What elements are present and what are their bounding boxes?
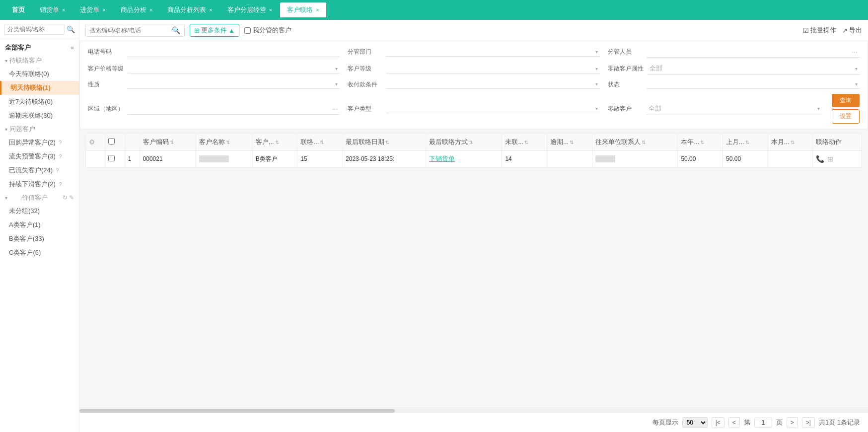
page-label: 第 bbox=[744, 418, 750, 427]
table-row: 1 000021 B类客户 15 2023-05-23 18:25: 下销货单 … bbox=[86, 151, 862, 167]
sidebar-item-c-class[interactable]: C类客户(6) bbox=[0, 246, 79, 260]
search-input[interactable] bbox=[90, 27, 172, 34]
th-uncontact[interactable]: 未联...⇅ bbox=[502, 134, 547, 151]
filter-phone-input[interactable] bbox=[127, 47, 340, 57]
filter-customer-grade-select[interactable]: ▾ bbox=[386, 65, 599, 73]
sidebar-item-b-class[interactable]: B类客户(33) bbox=[0, 232, 79, 246]
close-sales-order-icon[interactable]: × bbox=[62, 7, 65, 13]
first-page-btn[interactable]: |< bbox=[712, 417, 724, 428]
sidebar-item-declining[interactable]: 持续下滑客户(2) ? bbox=[0, 177, 79, 191]
close-customer-layering-icon[interactable]: × bbox=[269, 7, 272, 13]
filter-manager-select[interactable]: ··· bbox=[647, 46, 860, 58]
sidebar-item-today-pending[interactable]: 今天待联络(0) bbox=[0, 67, 79, 81]
th-type[interactable]: 客户...⇅ bbox=[252, 134, 297, 151]
horizontal-scrollbar[interactable] bbox=[79, 409, 868, 413]
my-customers-check[interactable] bbox=[244, 27, 251, 34]
td-checkbox[interactable] bbox=[105, 151, 125, 167]
sidebar-search-input[interactable] bbox=[4, 24, 65, 35]
td-uncontact: 14 bbox=[502, 151, 547, 167]
th-checkbox[interactable] bbox=[105, 134, 125, 151]
sidebar-item-tomorrow-pending[interactable]: 明天待联络(1) bbox=[0, 81, 79, 95]
gear-icon[interactable]: ⚙ bbox=[89, 138, 95, 146]
row-checkbox[interactable] bbox=[108, 155, 115, 161]
all-customers-header[interactable]: 全部客户 « bbox=[0, 39, 79, 54]
search-box[interactable]: 🔍 bbox=[85, 24, 185, 37]
query-button[interactable]: 查询 bbox=[832, 94, 860, 107]
per-page-select[interactable]: 50 100 200 bbox=[682, 417, 708, 428]
chevron-down-icon: ▾ bbox=[595, 49, 598, 55]
close-customer-contact-icon[interactable]: × bbox=[316, 7, 319, 13]
td-settings bbox=[86, 151, 105, 167]
dots-icon-region[interactable]: ··· bbox=[332, 105, 338, 113]
sidebar-item-overdue-pending[interactable]: 逾期未联络(30) bbox=[0, 109, 79, 123]
nav-purchase-order[interactable]: 进货单× bbox=[73, 2, 112, 17]
page-input[interactable] bbox=[754, 418, 772, 428]
search-icon: 🔍 bbox=[172, 26, 180, 34]
td-last-contact-method[interactable]: 下销货单 bbox=[426, 151, 502, 167]
filter-dept-select[interactable]: ▾ bbox=[386, 48, 599, 57]
collapse-icon[interactable]: « bbox=[71, 44, 74, 51]
sidebar-item-7day-pending[interactable]: 近7天待联络(0) bbox=[0, 95, 79, 109]
close-purchase-order-icon[interactable]: × bbox=[102, 7, 105, 13]
th-overdue[interactable]: 逾期...⇅ bbox=[547, 134, 592, 151]
filter-price-grade-select[interactable]: ▾ bbox=[128, 65, 340, 73]
select-all-checkbox[interactable] bbox=[108, 138, 115, 144]
td-type: B类客户 bbox=[252, 151, 297, 167]
sidebar-item-churn-warning[interactable]: 流失预警客户(3) ? bbox=[0, 149, 79, 163]
th-last-month[interactable]: 上月...⇅ bbox=[723, 134, 768, 151]
nav-sales-order[interactable]: 销货单× bbox=[33, 2, 72, 17]
sort-icon-name: ⇅ bbox=[226, 140, 230, 145]
filter-region-label: 区域（地区） bbox=[88, 105, 124, 113]
sidebar-item-churned[interactable]: 已流失客户(24) ? bbox=[0, 163, 79, 177]
scrollbar-thumb[interactable] bbox=[79, 409, 395, 413]
filter-nature-select[interactable]: ▾ bbox=[127, 80, 340, 89]
more-conditions-btn[interactable]: ⊞ 更多条件 ▲ bbox=[190, 24, 239, 37]
nav-product-analysis[interactable]: 商品分析× bbox=[114, 2, 159, 17]
th-code[interactable]: 客户编码⇅ bbox=[140, 134, 196, 151]
filter-retail-attr-select[interactable]: 全部 ▾ bbox=[648, 63, 860, 75]
prev-page-btn[interactable]: < bbox=[728, 417, 740, 428]
sidebar-item-repurchase-abnormal[interactable]: 回购异常客户(2) ? bbox=[0, 136, 79, 149]
th-last-contact-method[interactable]: 最后联络方式⇅ bbox=[426, 134, 502, 151]
settings-button[interactable]: 设置 bbox=[832, 109, 860, 124]
th-last-contact-date[interactable]: 最后联络日期⇅ bbox=[343, 134, 426, 151]
problem-section-title: 问题客户 bbox=[0, 123, 79, 136]
nav-product-analysis-list[interactable]: 商品分析列表× bbox=[160, 2, 219, 17]
filter-payment: 收付款条件 ▾ bbox=[348, 80, 599, 89]
bulk-action-btn[interactable]: ☑ 批量操作 bbox=[803, 26, 836, 35]
last-page-btn[interactable]: >| bbox=[802, 417, 815, 428]
th-name[interactable]: 客户名称⇅ bbox=[196, 134, 253, 151]
filter-retail-customer-select[interactable]: 全部 ▾ bbox=[647, 103, 822, 115]
sidebar-item-ungrouped[interactable]: 未分组(32) bbox=[0, 204, 79, 218]
sort-icon-this-month: ⇅ bbox=[791, 140, 795, 145]
sidebar: 🔍 全部客户 « 待联络客户 今天待联络(0) 明天待联络(1) 近7天待联络(… bbox=[0, 20, 79, 432]
th-settings[interactable]: ⚙ bbox=[86, 134, 105, 151]
export-btn[interactable]: ↗ 导出 bbox=[842, 26, 862, 35]
td-last-contact-date: 2023-05-23 18:25: bbox=[343, 151, 426, 167]
sidebar-search-icon[interactable]: 🔍 bbox=[67, 25, 75, 33]
th-contact-person[interactable]: 往来单位联系人⇅ bbox=[592, 134, 678, 151]
nav-home[interactable]: 首页 bbox=[5, 2, 32, 17]
contact-method-link[interactable]: 下销货单 bbox=[429, 155, 455, 162]
chevron-down-icon-2: ▾ bbox=[335, 66, 338, 72]
value-section-icons[interactable]: ↻ ✎ bbox=[63, 194, 74, 201]
phone-action-icon[interactable]: 📞 bbox=[816, 155, 824, 163]
close-product-analysis-list-icon[interactable]: × bbox=[209, 7, 212, 13]
grid-action-icon[interactable]: ⊞ bbox=[827, 155, 833, 163]
my-customers-checkbox[interactable]: 我分管的客户 bbox=[244, 26, 291, 35]
th-contact[interactable]: 联络...⇅ bbox=[297, 134, 343, 151]
filter-region-select[interactable]: ··· bbox=[128, 103, 340, 115]
nav-customer-layering[interactable]: 客户分层经营× bbox=[220, 2, 279, 17]
filter-customer-type-select[interactable]: ▾ bbox=[386, 104, 599, 113]
page-suffix: 页 bbox=[776, 418, 783, 427]
nav-customer-contact[interactable]: 客户联络× bbox=[280, 2, 326, 17]
close-product-analysis-icon[interactable]: × bbox=[149, 7, 152, 13]
filter-status-select[interactable]: ▾ bbox=[647, 80, 860, 89]
th-this-month[interactable]: 本月...⇅ bbox=[768, 134, 813, 151]
sidebar-item-a-class[interactable]: A类客户(1) bbox=[0, 218, 79, 232]
dots-icon-manager[interactable]: ··· bbox=[852, 48, 858, 56]
th-this-year[interactable]: 本年...⇅ bbox=[678, 134, 723, 151]
next-page-btn[interactable]: > bbox=[787, 417, 798, 428]
filter-payment-select[interactable]: ▾ bbox=[386, 80, 599, 89]
filter-dept: 分管部门 ▾ bbox=[348, 46, 599, 58]
